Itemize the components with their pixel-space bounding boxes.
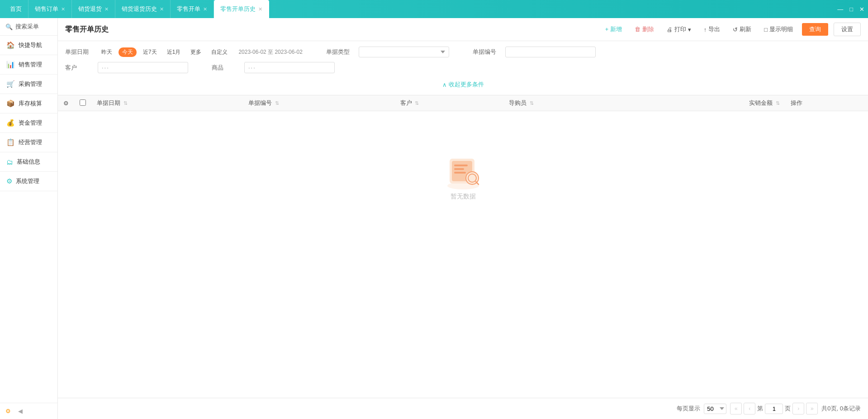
export-button[interactable]: ↑ 导出 — [700, 24, 724, 35]
date-btn-7days[interactable]: 近7天 — [139, 47, 161, 57]
customer-input[interactable]: ··· — [98, 62, 188, 73]
cart-icon: 🛒 — [6, 80, 15, 88]
page-title: 零售开单历史 — [65, 25, 109, 34]
chart-icon: 📊 — [6, 61, 15, 69]
goods-label: 商品 — [212, 64, 239, 72]
setting-button[interactable]: 设置 — [834, 23, 861, 36]
col-date[interactable]: 单据日期 ⇅ — [91, 95, 243, 111]
date-btn-today[interactable]: 今天 — [119, 47, 137, 57]
query-button[interactable]: 查询 — [802, 23, 828, 36]
sort-customer-icon: ⇅ — [415, 100, 419, 106]
main-layout: 🔍 搜索采单 🏠 快捷导航 📊 销售管理 🛒 采购管理 📦 库存核算 💰 资金管… — [0, 18, 868, 419]
delete-button[interactable]: 🗑 删除 — [631, 24, 658, 35]
col-actions: 操作 — [785, 95, 868, 111]
col-customer[interactable]: 客户 ⇅ — [395, 95, 503, 111]
svg-rect-3 — [454, 165, 468, 166]
header-actions: + 新增 🗑 删除 🖨 打印 ▾ ↑ 导出 ↺ 刷新 □ 显示明细 — [602, 23, 861, 36]
close-tab-retail-history[interactable]: ✕ — [258, 6, 262, 12]
close-btn-window[interactable]: ✕ — [859, 6, 864, 13]
sidebar-item-finance[interactable]: 💰 资金管理 — [0, 113, 57, 133]
prev-page-btn[interactable]: ‹ — [744, 403, 755, 414]
select-all-checkbox[interactable] — [80, 99, 86, 106]
file-icon: 🗂 — [6, 158, 13, 166]
col-salesman[interactable]: 导购员 ⇅ — [503, 95, 634, 111]
collapse-icon[interactable]: ◀ — [18, 408, 23, 414]
customer-label: 客户 — [65, 64, 92, 72]
sort-order-icon: ⇅ — [275, 100, 279, 106]
tab-retail-open[interactable]: 零售开单 ✕ — [171, 0, 214, 18]
sidebar-item-quick-nav[interactable]: 🏠 快捷导航 — [0, 36, 57, 55]
close-tab-sales-order[interactable]: ✕ — [61, 6, 65, 12]
order-no-input[interactable] — [505, 47, 596, 57]
close-tab-sales-return[interactable]: ✕ — [104, 6, 109, 12]
refresh-button[interactable]: ↺ 刷新 — [729, 24, 755, 35]
next-page-btn[interactable]: › — [792, 403, 804, 414]
sidebar-item-purchase-mgmt[interactable]: 🛒 采购管理 — [0, 75, 57, 94]
settings-col-icon[interactable]: ⚙ — [63, 100, 69, 107]
new-button[interactable]: + 新增 — [602, 24, 626, 35]
tab-sales-return[interactable]: 销货退货 ✕ — [72, 0, 115, 18]
sidebar-item-basic-info[interactable]: 🗂 基础信息 — [0, 152, 57, 172]
page-label-before: 第 — [757, 405, 763, 413]
checkbox-display-icon: □ — [764, 26, 768, 33]
page-navigation: « ‹ 第 页 › » — [730, 403, 818, 414]
close-tab-retail-open[interactable]: ✕ — [203, 6, 207, 12]
print-icon: 🖨 — [667, 26, 673, 33]
per-page-label: 每页显示 — [677, 405, 700, 413]
print-button[interactable]: 🖨 打印 ▾ — [663, 24, 695, 35]
date-btn-yesterday[interactable]: 昨天 — [98, 47, 116, 57]
date-label: 单据日期 — [65, 48, 92, 56]
minimize-btn[interactable]: — — [837, 6, 843, 13]
display-detail-button[interactable]: □ 显示明细 — [760, 24, 797, 35]
sidebar-item-ops-mgmt[interactable]: 📋 经营管理 — [0, 133, 57, 152]
sidebar-item-sales-mgmt[interactable]: 📊 销售管理 — [0, 55, 57, 75]
maximize-btn[interactable]: □ — [849, 6, 853, 13]
sort-amount-icon: ⇅ — [776, 100, 780, 106]
data-table: ⚙ 单据日期 ⇅ 单据编号 ⇅ — [58, 95, 868, 237]
refresh-icon: ↺ — [733, 26, 738, 33]
tab-sales-return-history[interactable]: 销货退货历史 ✕ — [115, 0, 171, 18]
col-order-no[interactable]: 单据编号 ⇅ — [243, 95, 394, 111]
sidebar-item-sys-mgmt[interactable]: ⚙ 系统管理 — [0, 172, 57, 191]
sidebar-search[interactable]: 🔍 搜索采单 — [0, 18, 57, 36]
settings-bottom-icon[interactable]: ⚙ — [5, 408, 11, 414]
filter-row-2: 客户 ··· 商品 ··· — [65, 62, 861, 73]
home-icon: 🏠 — [6, 41, 15, 49]
gear-icon: ⚙ — [6, 177, 12, 185]
page-number-input[interactable] — [765, 404, 783, 414]
filter-row-1: 单据日期 昨天 今天 近7天 近1月 更多 自定义 2023-06-02 至 2… — [65, 47, 861, 57]
close-tab-sales-return-history[interactable]: ✕ — [160, 6, 164, 12]
tab-sales-order[interactable]: 销售订单 ✕ — [28, 0, 72, 18]
page-header: 零售开单历史 + 新增 🗑 删除 🖨 打印 ▾ ↑ 导出 ↺ 刷新 — [58, 18, 868, 41]
table-body: 暂无数据 — [58, 111, 868, 237]
col-checkbox[interactable] — [74, 95, 91, 111]
last-page-btn[interactable]: » — [806, 403, 818, 414]
total-info: 共0页, 0条记录 — [821, 405, 861, 413]
table-header: ⚙ 单据日期 ⇅ 单据编号 ⇅ — [58, 95, 868, 111]
sort-salesman-icon: ⇅ — [530, 100, 534, 106]
col-amount[interactable]: 实销金额 ⇅ — [634, 95, 785, 111]
date-btn-1month[interactable]: 近1月 — [163, 47, 185, 57]
tab-home[interactable]: 首页 — [4, 0, 28, 18]
goods-input[interactable]: ··· — [244, 62, 335, 73]
date-btn-custom[interactable]: 自定义 — [208, 47, 231, 57]
money-icon: 💰 — [6, 119, 15, 127]
top-bar: 首页 销售订单 ✕ 销货退货 ✕ 销货退货历史 ✕ 零售开单 ✕ 零售开单历史 … — [0, 0, 868, 18]
more-conditions-toggle[interactable]: ∧ 收起更多条件 — [65, 78, 861, 89]
type-select[interactable] — [359, 47, 449, 57]
tab-retail-history[interactable]: 零售开单历史 ✕ — [214, 0, 269, 18]
per-page-select[interactable]: 50 10 20 100 — [704, 404, 726, 414]
sidebar-item-inventory[interactable]: 📦 库存核算 — [0, 94, 57, 113]
first-page-btn[interactable]: « — [730, 403, 742, 414]
collapse-icon-arrow: ∧ — [442, 81, 447, 88]
date-btn-more[interactable]: 更多 — [187, 47, 205, 57]
page-label: 页 — [785, 405, 791, 413]
window-controls: — □ ✕ — [837, 6, 864, 13]
search-icon: 🔍 — [5, 24, 13, 30]
empty-illustration — [441, 147, 486, 193]
sidebar: 🔍 搜索采单 🏠 快捷导航 📊 销售管理 🛒 采购管理 📦 库存核算 💰 资金管… — [0, 18, 58, 419]
export-icon: ↑ — [704, 26, 707, 33]
col-settings[interactable]: ⚙ — [58, 95, 74, 111]
content-area: 零售开单历史 + 新增 🗑 删除 🖨 打印 ▾ ↑ 导出 ↺ 刷新 — [58, 18, 868, 419]
pagination-bar: 每页显示 50 10 20 100 « ‹ 第 页 › » 共0页, 0条记录 — [58, 398, 868, 419]
